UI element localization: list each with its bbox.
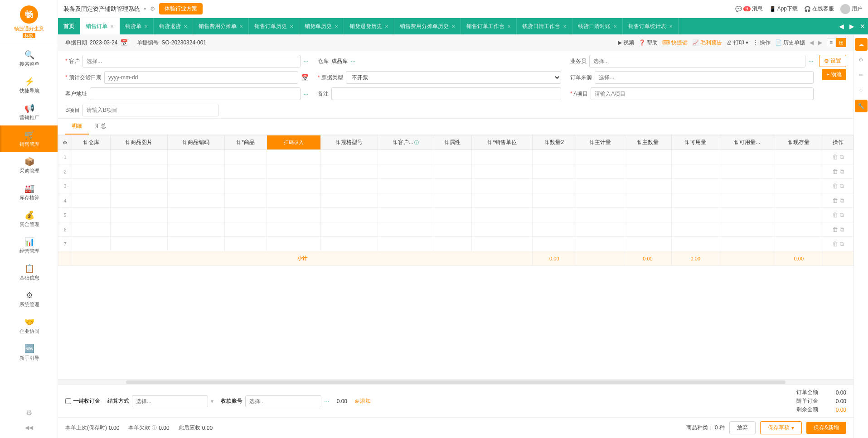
view-action-btn[interactable]: ▶ 视频 [618, 39, 634, 47]
list-layout-btn[interactable]: ≡ [827, 38, 835, 47]
settlement-input[interactable] [132, 395, 208, 407]
operation-action-btn[interactable]: ⋮ 操作 [753, 39, 771, 47]
delete-row-btn[interactable]: 🗑 [832, 168, 838, 175]
discard-btn[interactable]: 放弃 [729, 421, 756, 434]
row-code[interactable] [167, 222, 224, 237]
row-goods[interactable] [224, 208, 267, 222]
tab-cash-reconcile[interactable]: 钱货日清对账 ✕ [572, 18, 623, 34]
row-spec[interactable] [320, 222, 378, 237]
row-attributes[interactable] [433, 150, 472, 164]
delete-row-btn[interactable]: 🗑 [832, 154, 838, 161]
delete-row-btn[interactable]: 🗑 [832, 197, 838, 204]
row-goods[interactable] [224, 150, 267, 164]
one-click-checkout-checkbox[interactable]: 一键收订金 [65, 397, 100, 405]
row-main-qty[interactable] [624, 164, 671, 179]
row-sales-unit[interactable] [472, 237, 533, 251]
row-stock[interactable] [775, 208, 823, 222]
note-input[interactable] [331, 87, 561, 100]
row-qty2[interactable] [533, 164, 576, 179]
row-stock[interactable] [775, 179, 823, 193]
row-goods[interactable] [224, 164, 267, 179]
row-attributes[interactable] [433, 193, 472, 208]
row-code[interactable] [167, 164, 224, 179]
row-warehouse[interactable] [72, 179, 111, 193]
checkout-checkbox-input[interactable] [65, 398, 71, 404]
settings-gear-btn[interactable]: ⚙ [150, 5, 155, 12]
row-available2[interactable] [719, 237, 775, 251]
row-goods[interactable] [224, 237, 267, 251]
solution-btn[interactable]: 体验行业方案 [159, 3, 203, 14]
copy-row-btn[interactable]: ⧉ [840, 197, 844, 204]
th-settings[interactable]: ⚙ [58, 135, 72, 150]
row-qty2[interactable] [533, 208, 576, 222]
row-qty2[interactable] [533, 237, 576, 251]
row-warehouse[interactable] [72, 193, 111, 208]
row-attributes[interactable] [433, 237, 472, 251]
settings-btn[interactable]: ⚙ 设置 [819, 55, 846, 67]
row-customer-code[interactable] [378, 222, 433, 237]
nav-more-btn[interactable]: ✕ [857, 18, 868, 34]
delete-row-btn[interactable]: 🗑 [832, 226, 838, 233]
tab-close-icon[interactable]: ✕ [290, 24, 293, 29]
warehouse-more-btn[interactable]: ··· [350, 58, 356, 65]
next-record-btn[interactable]: ▶ [818, 39, 822, 46]
row-goods[interactable] [224, 179, 267, 193]
delete-row-btn[interactable]: 🗑 [832, 183, 838, 190]
row-code[interactable] [167, 193, 224, 208]
sidebar-item-system[interactable]: ⚙ 系统管理 [0, 286, 58, 313]
row-available2[interactable] [719, 150, 775, 164]
tab-close-icon[interactable]: ✕ [144, 24, 148, 29]
tab-close-icon[interactable]: ✕ [110, 24, 114, 29]
sidebar-item-cooperation[interactable]: 🤝 企业协同 [0, 313, 58, 339]
rs-star-btn[interactable]: ☆ [855, 84, 868, 97]
sidebar-item-search[interactable]: 🔍 搜索菜单 [0, 45, 58, 72]
row-qty2[interactable] [533, 222, 576, 237]
tab-detail[interactable]: 明细 [65, 119, 89, 135]
row-qty2[interactable] [533, 179, 576, 193]
add-row-btn[interactable]: + 物流 [822, 69, 846, 80]
sidebar-item-operations[interactable]: 📊 经营管理 [0, 232, 58, 259]
rs-settings-btn[interactable]: ⚙ [855, 53, 868, 66]
tab-sales-stats[interactable]: 销售订单统计表 ✕ [623, 18, 679, 34]
tab-sales-return[interactable]: 销货退货 ✕ [154, 18, 193, 34]
row-spec[interactable] [320, 237, 378, 251]
tab-sales-order-history[interactable]: 销售订单历史 ✕ [249, 18, 299, 34]
save-new-btn[interactable]: 保存&新增 [806, 422, 846, 434]
row-warehouse[interactable] [72, 237, 111, 251]
delete-row-btn[interactable]: 🗑 [832, 212, 838, 219]
row-stock[interactable] [775, 193, 823, 208]
row-spec[interactable] [320, 150, 378, 164]
grid-layout-btn[interactable]: ⊞ [836, 38, 846, 47]
row-qty2[interactable] [533, 193, 576, 208]
print-action-btn[interactable]: 🖨 打印 ▾ [727, 39, 748, 47]
row-available2[interactable] [719, 193, 775, 208]
row-stock[interactable] [775, 164, 823, 179]
row-customer-code[interactable] [378, 179, 433, 193]
row-qty2[interactable] [533, 150, 576, 164]
nav-next-btn[interactable]: ▶ [847, 18, 857, 34]
tab-close-icon[interactable]: ✕ [335, 24, 338, 29]
row-available[interactable] [672, 237, 719, 251]
row-available[interactable] [672, 222, 719, 237]
customer-address-more-btn[interactable]: ··· [303, 90, 309, 97]
row-main-unit[interactable] [576, 208, 624, 222]
order-source-input[interactable] [595, 71, 814, 84]
row-main-unit[interactable] [576, 222, 624, 237]
row-sales-unit[interactable] [472, 193, 533, 208]
rs-edit-btn[interactable]: ✏ [855, 69, 868, 82]
row-spec[interactable] [320, 208, 378, 222]
delete-row-btn[interactable]: 🗑 [832, 241, 838, 248]
copy-row-btn[interactable]: ⧉ [840, 212, 844, 219]
row-main-unit[interactable] [576, 237, 624, 251]
sidebar-item-purchase[interactable]: 📦 采购管理 [0, 152, 58, 179]
b-project-input[interactable] [82, 104, 218, 116]
sidebar-collapse-btn[interactable]: ◀◀ [21, 421, 37, 434]
rs-tool-btn[interactable]: 🔧 [855, 100, 868, 112]
row-available2[interactable] [719, 222, 775, 237]
tab-sales-invoice[interactable]: 销货单 ✕ [120, 18, 154, 34]
tab-summary[interactable]: 汇总 [89, 119, 112, 135]
tab-close-icon[interactable]: ✕ [563, 24, 567, 29]
row-available[interactable] [672, 193, 719, 208]
tab-close-icon[interactable]: ✕ [184, 24, 187, 29]
row-available[interactable] [672, 150, 719, 164]
